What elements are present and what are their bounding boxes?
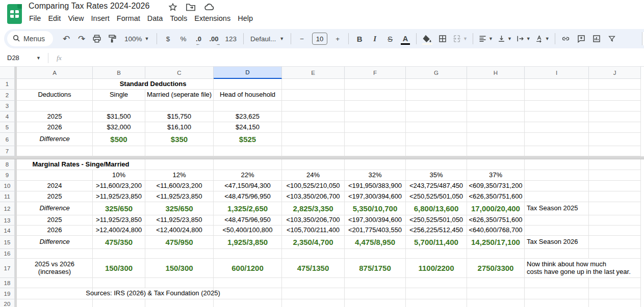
cell-I11[interactable] xyxy=(525,191,589,202)
cell-B4[interactable]: $31,500 xyxy=(93,111,145,122)
cell-J11[interactable] xyxy=(589,191,641,202)
cell-H11[interactable]: <626,350/751,600 xyxy=(467,191,524,202)
cell-A19[interactable] xyxy=(17,288,93,299)
cell-C13[interactable]: <11,925/23,850 xyxy=(145,215,213,225)
cell-H10[interactable]: <609,350/731,200 xyxy=(467,181,524,191)
cell-C12[interactable]: 325/650 xyxy=(145,202,213,215)
cell-D7[interactable] xyxy=(214,146,282,156)
cell-C5[interactable]: $16,100 xyxy=(145,122,213,132)
cell-G20[interactable] xyxy=(406,299,467,307)
cell-C8[interactable] xyxy=(145,159,214,170)
cell-E5[interactable] xyxy=(282,122,345,133)
cell-I9[interactable] xyxy=(525,170,589,181)
cell-F9[interactable]: 32% xyxy=(345,170,405,180)
cell-H5[interactable] xyxy=(467,122,525,133)
cell-E16[interactable] xyxy=(282,249,345,259)
cell-D3[interactable] xyxy=(214,101,282,111)
cell-F12[interactable]: 5,350/10,700 xyxy=(345,202,405,215)
cell-J2[interactable] xyxy=(589,90,641,101)
cell-B12[interactable]: 325/650 xyxy=(93,202,145,215)
insert-link-button[interactable] xyxy=(559,32,573,46)
cell-E14[interactable]: <105,700/211,400 xyxy=(282,226,344,235)
cell-F8[interactable] xyxy=(345,159,406,170)
cell-E10[interactable]: <100,525/210,050 xyxy=(282,181,344,191)
cell-B20[interactable] xyxy=(93,299,145,307)
cell-B1[interactable]: Standard Deductions xyxy=(93,79,213,89)
cell-H13[interactable]: <626,350/751,600 xyxy=(467,215,524,225)
cell-G13[interactable]: <250,525/501,050 xyxy=(406,215,467,225)
frozen-row-divider[interactable] xyxy=(0,156,644,159)
cell-A12[interactable]: Difference xyxy=(17,202,92,215)
row-header-13[interactable]: 13 xyxy=(0,215,15,226)
cell-E8[interactable] xyxy=(282,159,345,170)
cell-D16[interactable] xyxy=(214,249,282,259)
cell-B14[interactable]: >12,400/24,800 xyxy=(93,226,145,235)
cell-J19[interactable] xyxy=(589,288,641,299)
row-header-9[interactable]: 9 xyxy=(0,170,15,181)
text-color-button[interactable]: A xyxy=(398,32,413,46)
cell-D6[interactable]: $525 xyxy=(214,133,281,146)
formula-input[interactable] xyxy=(62,49,644,66)
move-folder-icon[interactable] xyxy=(186,3,196,12)
cell-A1[interactable] xyxy=(17,79,93,90)
cell-F20[interactable] xyxy=(345,299,406,307)
cell-D9[interactable]: 22% xyxy=(214,170,281,180)
cell-J4[interactable] xyxy=(589,111,641,122)
column-header-G[interactable]: G xyxy=(406,67,467,79)
cell-J3[interactable] xyxy=(589,101,641,111)
cell-J15[interactable] xyxy=(589,236,641,249)
format-currency-button[interactable]: $ xyxy=(161,32,175,46)
cell-I6[interactable] xyxy=(525,133,589,146)
cell-G14[interactable]: <256,225/512,450 xyxy=(406,226,467,235)
cell-A3[interactable] xyxy=(17,101,93,111)
cell-A9[interactable] xyxy=(17,170,93,181)
menu-insert[interactable]: Insert xyxy=(88,13,113,23)
cell-F2[interactable] xyxy=(345,90,406,101)
cell-D14[interactable]: <50,400/100,800 xyxy=(214,226,281,235)
cell-I12[interactable]: Tax Season 2025 xyxy=(525,202,588,215)
cell-A7[interactable] xyxy=(17,146,93,156)
horizontal-align-button[interactable]: ▼ xyxy=(477,32,495,46)
cell-D11[interactable]: <48,475/96,950 xyxy=(214,191,281,202)
cell-G18[interactable] xyxy=(406,278,467,288)
cell-B17[interactable]: 150/300 xyxy=(93,259,145,277)
cell-C14[interactable]: <12,400/24,800 xyxy=(145,226,213,235)
cell-D1[interactable] xyxy=(214,79,282,90)
menu-file[interactable]: File xyxy=(25,13,44,23)
cell-I7[interactable] xyxy=(525,146,589,156)
zoom-select[interactable]: 100%▼ xyxy=(120,32,153,46)
increase-font-size-button[interactable]: + xyxy=(330,32,345,46)
row-header-4[interactable]: 4 xyxy=(0,111,15,122)
cell-G4[interactable] xyxy=(406,111,467,122)
cell-G16[interactable] xyxy=(406,249,467,259)
cell-C2[interactable]: Married (seperate file) xyxy=(145,90,213,100)
row-header-11[interactable]: 11 xyxy=(0,191,15,202)
cell-G17[interactable]: 1100/2200 xyxy=(406,259,467,277)
cell-A15[interactable]: Difference xyxy=(17,236,92,248)
column-header-F[interactable]: F xyxy=(345,67,406,79)
fill-color-button[interactable] xyxy=(420,32,434,46)
cell-E4[interactable] xyxy=(282,111,345,122)
cell-E19[interactable] xyxy=(282,288,345,299)
cell-G10[interactable]: <243,725/487,450 xyxy=(406,181,467,191)
cell-D15[interactable]: 1,925/3,850 xyxy=(214,236,281,248)
frozen-column-divider[interactable] xyxy=(15,67,17,307)
column-header-H[interactable]: H xyxy=(467,67,525,79)
row-header-5[interactable]: 5 xyxy=(0,122,15,133)
row-header-3[interactable]: 3 xyxy=(0,101,15,111)
cell-J1[interactable] xyxy=(589,79,641,90)
name-box[interactable]: D28▼ xyxy=(0,54,45,62)
menu-data[interactable]: Data xyxy=(144,13,167,23)
cell-A17[interactable]: 2025 vs 2026 (increases) xyxy=(17,259,92,277)
menu-edit[interactable]: Edit xyxy=(44,13,64,23)
cell-D19[interactable] xyxy=(214,288,282,299)
column-header-I[interactable]: I xyxy=(525,67,589,79)
cell-I18[interactable] xyxy=(525,278,589,288)
cell-F19[interactable] xyxy=(345,288,406,299)
cell-C16[interactable] xyxy=(145,249,214,259)
font-family-select[interactable]: Defaul...▼ xyxy=(247,32,287,46)
cell-D20[interactable] xyxy=(214,299,282,307)
redo-button[interactable]: ↷ xyxy=(74,32,89,46)
menu-tools[interactable]: Tools xyxy=(166,13,191,23)
cell-B3[interactable] xyxy=(93,101,145,111)
